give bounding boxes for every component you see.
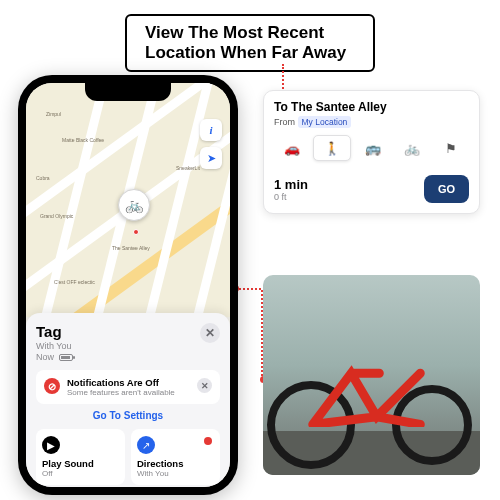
destination-title: To The Santee Alley [274, 100, 469, 114]
map-poi-label: C'est OFF eclectic [54, 279, 95, 285]
transport-modes: 🚗 🚶 🚌 🚲 ⚑ [274, 135, 469, 161]
notification-subtitle: Some features aren't available [67, 388, 175, 397]
page-title: View The Most Recent Location When Far A… [125, 14, 375, 72]
route-from: From My Location [274, 117, 469, 127]
map-locate-button[interactable]: ➤ [200, 147, 222, 169]
tracked-item-pin[interactable]: 🚲 [118, 189, 150, 221]
play-sound-label: Play Sound [42, 458, 119, 469]
map-poi-label: SneakerLit [176, 165, 200, 171]
bike-photo [263, 275, 480, 475]
directions-label: Directions [137, 458, 214, 469]
bike-frame [296, 363, 437, 427]
my-location-chip[interactable]: My Location [298, 116, 352, 128]
phone-notch [85, 83, 171, 101]
play-sound-status: Off [42, 469, 119, 478]
notification-title: Notifications Are Off [67, 377, 175, 388]
phone-screen: Zimpul Matte Black Coffee Cobra SneakerL… [26, 83, 230, 487]
battery-icon [59, 354, 73, 361]
play-icon: ▶ [42, 436, 60, 454]
play-sound-button[interactable]: ▶ Play Sound Off [36, 429, 125, 485]
item-title: Tag [36, 323, 73, 340]
map-poi-label: Zimpul [46, 111, 61, 117]
eta-time: 1 min [274, 177, 308, 192]
notification-close-button[interactable]: ✕ [197, 378, 212, 393]
notification-card[interactable]: ⊘ Notifications Are Off Some features ar… [36, 370, 220, 404]
eta-distance: 0 ft [274, 192, 308, 202]
item-subtitle: With You [36, 341, 73, 351]
alert-icon: ⊘ [44, 378, 60, 394]
item-status-time: Now [36, 352, 73, 362]
badge-dot [204, 437, 212, 445]
map-info-button[interactable]: i [200, 119, 222, 141]
pin-dot [133, 229, 139, 235]
map-poi-label: Matte Black Coffee [62, 137, 104, 143]
map-poi-label: The Santee Alley [112, 245, 150, 251]
mode-walk[interactable]: 🚶 [313, 135, 350, 161]
map-poi-label: Grand Olympic [40, 213, 73, 219]
item-sheet: Tag With You Now ✕ ⊘ Notifications Are O… [26, 313, 230, 487]
mode-other[interactable]: ⚑ [434, 135, 469, 161]
map-poi-label: Cobra [36, 175, 50, 181]
mode-transit[interactable]: 🚌 [355, 135, 390, 161]
go-button[interactable]: GO [424, 175, 469, 203]
directions-icon: ↗ [137, 436, 155, 454]
phone-frame: Zimpul Matte Black Coffee Cobra SneakerL… [18, 75, 238, 495]
mode-bike[interactable]: 🚲 [394, 135, 429, 161]
directions-button[interactable]: ↗ Directions With You [131, 429, 220, 485]
go-to-settings-link[interactable]: Go To Settings [36, 404, 220, 423]
map[interactable]: Zimpul Matte Black Coffee Cobra SneakerL… [26, 83, 230, 317]
directions-status: With You [137, 469, 214, 478]
mode-car[interactable]: 🚗 [274, 135, 309, 161]
directions-card: To The Santee Alley From My Location 🚗 🚶… [263, 90, 480, 214]
sheet-close-button[interactable]: ✕ [200, 323, 220, 343]
